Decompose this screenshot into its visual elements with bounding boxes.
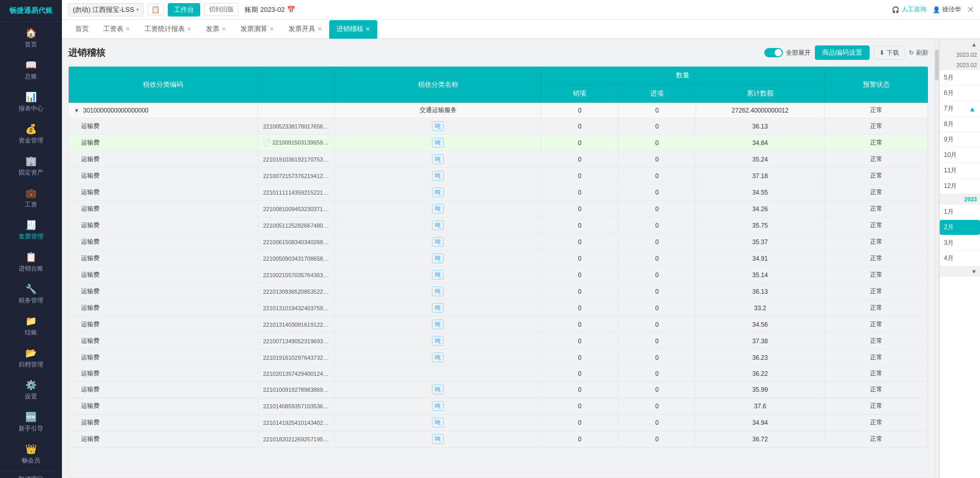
table-row[interactable]: 运输费 22101910361921707536... 吨 0 0 35.24 … [69,151,928,168]
sidebar-item-closing[interactable]: 📁 结账 [0,310,62,342]
company-selector[interactable]: (勿动) 江西报宝-LSS ▾ [68,3,143,17]
tab-salary-stats[interactable]: 工资统计报表 ✕ [137,20,199,39]
cell-sub-code: 22100511252826674802... [258,217,335,234]
sidebar-item-settings[interactable]: ⚙️ 设置 [0,374,62,406]
close-icon[interactable]: ✕ [187,26,191,33]
cal-month-3[interactable]: 3月 [940,235,980,251]
cal-year-next[interactable]: ▼ [940,266,980,277]
table-row[interactable]: 运输费 22101820212692571958... 吨 0 0 36.72 … [69,431,928,448]
cell-tag-col: 吨 [335,135,541,151]
table-row[interactable]: ▼ 3010000000000000000 交通运输服务 0 0 27262.4… [69,103,928,118]
cell-cumulative: 34.84 [696,135,825,151]
tab-invoice-issue[interactable]: 发票开具 ✕ [281,20,329,39]
cell-sub-code: 22100523381780176567... [258,118,335,135]
cal-year-prev[interactable]: ▲ [940,39,980,50]
app-logo: 畅捷通易代账 [0,0,62,22]
tab-salary-table[interactable]: 工资表 ✕ [96,20,137,39]
unpin-button[interactable]: 取消固定 [0,470,62,478]
sidebar-item-sales-ledger[interactable]: 📋 进销台账 [0,246,62,278]
cal-month-8[interactable]: 8月 [940,117,980,132]
cell-sub-code: 22101309365208535221... [258,283,335,300]
expand-all-toggle[interactable]: 全部展开 [764,48,811,57]
table-row[interactable]: 运输费 22100523381780176567... 吨 0 0 36.13 … [69,118,928,135]
user-menu[interactable]: 👤 徐泾华 [933,5,961,14]
table-row[interactable]: 运输费 22100509034317086587... 吨 0 0 34.91 … [69,250,928,267]
cell-cumulative: 36.13 [696,118,825,135]
table-row[interactable]: 运输费 22101009192789838691... 吨 0 0 35.99 … [69,381,928,398]
close-icon[interactable]: ✕ [317,26,322,33]
sidebar-item-ledger[interactable]: 📖 总账 [0,54,62,86]
table-row[interactable]: 运输费 22101419254101434024... 吨 0 0 34.94 … [69,415,928,431]
refresh-button[interactable]: ↻ 刷新 [909,49,928,57]
cell-tag-col: 吨 [335,333,541,349]
switch-old-button[interactable]: 切到旧版 [204,3,238,16]
cal-month-6[interactable]: 6月 [940,86,980,101]
cell-status: 正常 [825,201,928,217]
sidebar-item-tax[interactable]: 🔧 税务管理 [0,278,62,310]
period-label: 账期 [245,5,258,14]
table-row[interactable]: 运输费 22100511252826674802... 吨 0 0 35.75 … [69,217,928,234]
sidebar-item-assets[interactable]: 🏢 固定资产 [0,150,62,182]
cal-month-7[interactable]: 7月 ▲ [940,101,980,117]
sidebar-item-label: 首页 [25,40,37,49]
reports-icon: 📊 [25,91,37,103]
tab-sales-audit[interactable]: 进销稽核 ✕ [329,20,377,39]
table-row[interactable]: 运输费 22100713490523196931... 吨 0 0 37.38 … [69,333,928,349]
sidebar-item-salary[interactable]: 💼 工资 [0,182,62,214]
table-row[interactable]: 运输费 22100721573762194127... 吨 0 0 37.18 … [69,168,928,184]
sidebar-item-home[interactable]: 🏠 首页 [0,22,62,54]
tab-home[interactable]: 首页 [68,20,96,39]
table-row[interactable]: 运输费 22102013574294001247... 0 0 36.22 正常 [69,366,928,381]
cell-sales: 0 [541,250,618,267]
cal-month-11[interactable]: 11月 [940,163,980,179]
close-icon[interactable]: ✕ [221,26,226,33]
table-row[interactable]: 运输费 22100615083403402688... 吨 0 0 35.37 … [69,234,928,250]
data-table: 税收分类编码 税收分类名称 数量 预警状态 销项 进项 累计数额 [69,67,928,448]
table-row[interactable]: 运输费 22101408593571035366... 吨 0 0 37.6 正… [69,398,928,415]
table-row[interactable]: 运输费 22101309365208535221... 吨 0 0 36.13 … [69,283,928,300]
copy-company-button[interactable]: 📋 [148,4,164,15]
sidebar-item-archive[interactable]: 📂 归档管理 [0,342,62,374]
download-button[interactable]: ⬇ 下载 [874,46,905,60]
cal-month-10[interactable]: 10月 [940,148,980,163]
table-row[interactable]: 运输费 22100215570357643633... 吨 0 0 35.14 … [69,267,928,283]
close-icon[interactable]: ✕ [365,26,370,33]
cal-month-2-active[interactable]: 2月 [940,220,980,235]
tab-invoice[interactable]: 发票 ✕ [199,20,233,39]
sidebar-item-reports[interactable]: 📊 报表中心 [0,86,62,118]
cell-sales: 0 [541,415,618,431]
table-row[interactable]: 运输费 22100810094532303717... 吨 0 0 34.26 … [69,201,928,217]
cal-month-5[interactable]: 5月 [940,70,980,86]
close-icon[interactable]: ✕ [125,26,130,33]
sidebar-item-invoice[interactable]: 🧾 发票管理 [0,214,62,246]
scrollbar[interactable] [935,39,939,478]
cell-sub-code: 22101111143592152210... [258,184,335,201]
workbench-button[interactable]: 工作台 [168,3,200,17]
calendar-icon: 📅 [287,6,295,13]
service-button[interactable]: 🎧 人工咨询 [892,5,926,14]
sidebar-item-finance[interactable]: 💰 资金管理 [0,118,62,150]
refresh-icon: ↻ [909,49,914,56]
table-row[interactable]: 运输费 22101111143592152210... 吨 0 0 34.55 … [69,184,928,201]
toggle-track[interactable] [764,48,783,57]
table-row[interactable]: 运输费 📄22100915031396592224... 吨 0 0 34.84… [69,135,928,151]
sidebar: 畅捷通易代账 🏠 首页 📖 总账 📊 报表中心 💰 资金管理 🏢 固定资产 💼 … [0,0,62,478]
settings-icon: ⚙️ [25,379,37,391]
close-icon[interactable]: ✕ [269,26,274,33]
sidebar-item-vip[interactable]: 👑 畅会员 [0,438,62,470]
table-row[interactable]: 运输费 22101310194324037594... 吨 0 0 33.2 正… [69,300,928,316]
cal-month-4[interactable]: 4月 [940,251,980,266]
finance-icon: 💰 [25,123,37,135]
cal-month-12[interactable]: 12月 [940,179,980,194]
table-row[interactable]: 运输费 22101314030816191223... 吨 0 0 34.56 … [69,316,928,333]
cal-month-1[interactable]: 1月 [940,204,980,220]
product-settings-button[interactable]: 商品编码设置 [815,45,870,60]
cell-sales: 0 [541,103,618,118]
cal-month-9[interactable]: 9月 [940,132,980,148]
cell-sales: 0 [541,217,618,234]
scrollbar-thumb [935,50,939,81]
sidebar-item-guide[interactable]: 🆕 新手引导 [0,406,62,438]
table-row[interactable]: 运输费 22101916102976437325... 吨 0 0 36.23 … [69,349,928,366]
topbar-close-button[interactable]: ✕ [967,5,974,14]
tab-invoice-calc[interactable]: 发票测算 ✕ [233,20,281,39]
